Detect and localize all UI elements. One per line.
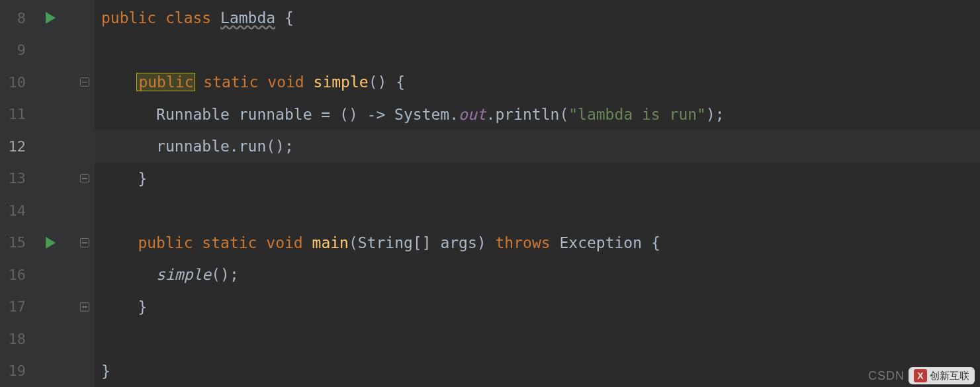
fold-close-icon[interactable] [80, 302, 89, 312]
brace: } [138, 170, 147, 187]
fold-close-icon[interactable] [80, 174, 89, 183]
code-text: runnable = () -> System. [230, 106, 459, 123]
brace: } [138, 298, 147, 316]
keyword: public [136, 73, 195, 91]
watermark-logo-text: 创新互联 [930, 370, 969, 382]
code-text: (); [211, 266, 239, 283]
gutter-row[interactable]: 10 [0, 66, 95, 99]
code-text: ); [706, 106, 725, 123]
code-text: (String[] args) [349, 234, 496, 251]
line-number: 18 [0, 331, 30, 347]
keyword: static [202, 234, 257, 251]
line-number: 16 [0, 267, 30, 283]
fold-open-icon[interactable] [80, 238, 89, 247]
line-number: 17 [0, 298, 30, 315]
watermark-logo: X 创新互联 [909, 367, 975, 384]
gutter-row[interactable]: 14 [0, 194, 95, 227]
method-name: simple [314, 73, 369, 91]
line-number: 9 [0, 42, 30, 58]
code-area[interactable]: public class Lambda { public static void… [95, 0, 980, 387]
code-line[interactable]: } [95, 355, 980, 388]
gutter-row[interactable]: 12 [0, 130, 95, 163]
code-text: () { [369, 73, 405, 91]
code-line[interactable]: public static void main(String[] args) t… [95, 227, 980, 259]
string-literal: "lambda is run" [568, 106, 706, 123]
code-text: Exception { [551, 234, 660, 251]
keyword: throws [496, 234, 551, 251]
line-number: 15 [0, 234, 30, 251]
field-ref: out [459, 106, 486, 123]
method-name: main [312, 234, 349, 251]
code-text: runnable.run(); [156, 138, 294, 155]
gutter-row[interactable]: 17 [0, 291, 95, 323]
method-call: simple [156, 266, 211, 283]
type-name: Runnable [156, 106, 230, 123]
keyword: public [138, 234, 193, 251]
line-number: 12 [0, 138, 30, 155]
brace: { [275, 9, 294, 26]
run-icon[interactable] [46, 12, 56, 24]
code-line[interactable]: } [95, 291, 980, 323]
code-line[interactable]: public class Lambda { [95, 2, 980, 34]
keyword: static [203, 73, 258, 91]
class-name: Lambda [220, 9, 275, 26]
watermark: CSDN X 创新互联 [868, 367, 975, 384]
code-line[interactable] [95, 323, 980, 355]
brace: } [101, 363, 111, 380]
code-line[interactable]: } [95, 163, 980, 195]
gutter: 8 9 10 11 12 13 14 15 16 17 18 19 [0, 0, 95, 387]
gutter-row[interactable]: 18 [0, 323, 95, 355]
keyword: void [266, 234, 302, 251]
line-number: 11 [0, 106, 30, 122]
gutter-row[interactable]: 9 [0, 34, 95, 67]
code-line[interactable] [95, 34, 980, 67]
gutter-row[interactable]: 19 [0, 355, 95, 388]
run-icon[interactable] [46, 237, 56, 249]
keyword: public [101, 9, 156, 26]
watermark-logo-icon: X [914, 369, 927, 382]
code-line-current[interactable]: runnable.run(); [95, 130, 980, 163]
line-number: 13 [0, 170, 30, 187]
watermark-csdn: CSDN [868, 369, 905, 383]
code-line[interactable]: Runnable runnable = () -> System.out.pri… [95, 99, 980, 131]
gutter-row[interactable]: 11 [0, 99, 95, 131]
line-number: 14 [0, 202, 30, 219]
line-number: 10 [0, 74, 30, 91]
gutter-row[interactable]: 13 [0, 163, 95, 195]
fold-open-icon[interactable] [80, 77, 89, 87]
keyword: void [267, 73, 304, 91]
gutter-row[interactable]: 16 [0, 259, 95, 291]
code-line[interactable]: simple(); [95, 259, 980, 291]
gutter-row[interactable]: 8 [0, 2, 95, 34]
gutter-row[interactable]: 15 [0, 227, 95, 259]
keyword: class [165, 9, 211, 26]
line-number: 19 [0, 363, 30, 379]
code-line[interactable]: public static void simple() { [95, 66, 980, 99]
code-text: .println( [486, 106, 569, 123]
line-number: 8 [0, 10, 30, 26]
code-line[interactable] [95, 194, 980, 227]
code-editor: 8 9 10 11 12 13 14 15 16 17 18 19 public… [0, 0, 980, 387]
